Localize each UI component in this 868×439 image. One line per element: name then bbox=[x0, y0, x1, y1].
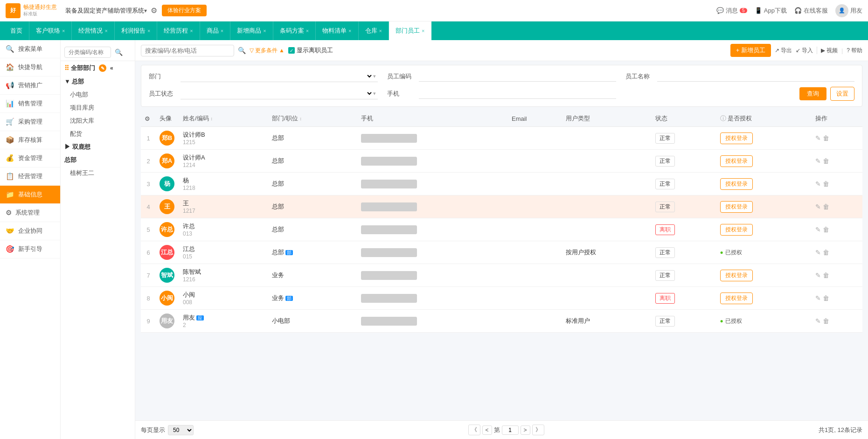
tab-customer[interactable]: 客户联络 × bbox=[29, 21, 72, 40]
all-dept-label[interactable]: 全部部门 bbox=[71, 64, 95, 72]
dept-tree-item-zongbu[interactable]: 总部 bbox=[61, 153, 135, 167]
dept-tree-item-shenyang[interactable]: 沈阳大库 bbox=[61, 114, 135, 127]
sidebar-item-inventory[interactable]: 📦 库存核算 bbox=[0, 131, 60, 149]
dept-tree-item-project[interactable]: 项目库房 bbox=[61, 101, 135, 114]
auth-login-btn[interactable]: 授权登录 bbox=[720, 201, 753, 213]
sort-dept-icon[interactable]: ↕ bbox=[299, 116, 302, 121]
user-area[interactable]: 👤 用友 bbox=[835, 4, 862, 17]
close-icon[interactable]: × bbox=[62, 28, 65, 34]
import-btn[interactable]: ↙ 导入 bbox=[796, 47, 813, 55]
sidebar-item-guide[interactable]: 🎯 新手引导 bbox=[0, 240, 60, 258]
sidebar-item-marketing[interactable]: 📢 营销推广 bbox=[0, 77, 60, 95]
filter-dept-select-wrap[interactable]: ▾ bbox=[181, 71, 378, 82]
close-icon[interactable]: × bbox=[190, 28, 193, 34]
close-icon[interactable]: × bbox=[147, 28, 150, 34]
close-icon[interactable]: × bbox=[263, 28, 266, 34]
trial-button[interactable]: 体验行业方案 bbox=[162, 5, 207, 16]
first-page-btn[interactable]: 《 bbox=[468, 425, 480, 435]
delete-btn[interactable]: 🗑 bbox=[823, 203, 829, 210]
export-btn[interactable]: ↗ 导出 bbox=[775, 47, 792, 55]
more-filter-btn[interactable]: ▽ 更多条件 ▲ bbox=[250, 47, 285, 55]
filter-emp-status-select[interactable] bbox=[182, 90, 373, 98]
edit-btn[interactable]: ✎ bbox=[815, 272, 821, 279]
tab-operation[interactable]: 经营情况 × bbox=[72, 21, 114, 40]
delete-btn[interactable]: 🗑 bbox=[823, 134, 829, 142]
sidebar-item-collab[interactable]: 🤝 企业协同 bbox=[0, 222, 60, 240]
help-btn[interactable]: ? 帮助 bbox=[847, 47, 862, 55]
delete-btn[interactable]: 🗑 bbox=[823, 226, 829, 233]
edit-btn[interactable]: ✎ bbox=[815, 203, 821, 210]
dept-tree-item-zhishu[interactable]: 植树王二 bbox=[61, 167, 135, 180]
next-page-btn[interactable]: > bbox=[521, 425, 530, 435]
delete-btn[interactable]: 🗑 bbox=[823, 272, 829, 279]
set-button[interactable]: 设置 bbox=[830, 87, 854, 101]
edit-btn[interactable]: ✎ bbox=[815, 134, 821, 142]
page-size-select[interactable]: 50 20 100 bbox=[168, 425, 194, 435]
delete-btn[interactable]: 🗑 bbox=[823, 317, 829, 325]
sidebar-item-search[interactable]: 🔍 搜索菜单 bbox=[0, 40, 60, 58]
filter-dept-select[interactable] bbox=[182, 72, 373, 80]
edit-btn[interactable]: ✎ bbox=[815, 226, 821, 233]
close-icon[interactable]: × bbox=[348, 28, 351, 34]
sidebar-item-nav[interactable]: 🏠 快捷导航 bbox=[0, 58, 60, 77]
dept-tree-group-headquarters[interactable]: ▼ 总部 bbox=[61, 75, 135, 88]
tab-goods[interactable]: 商品 × bbox=[200, 21, 230, 40]
tab-history[interactable]: 经营历程 × bbox=[157, 21, 200, 40]
sort-name-icon[interactable]: ↕ bbox=[210, 116, 213, 121]
edit-btn[interactable]: ✎ bbox=[815, 157, 821, 165]
edit-btn[interactable]: ✎ bbox=[815, 249, 821, 256]
filter-phone-input[interactable] bbox=[419, 89, 616, 99]
edit-btn[interactable]: ✎ bbox=[815, 317, 821, 325]
auth-login-btn[interactable]: 授权登录 bbox=[720, 178, 753, 190]
close-icon[interactable]: × bbox=[306, 28, 309, 34]
edit-dept-btn[interactable]: ✎ bbox=[99, 64, 106, 72]
auth-login-btn[interactable]: 授权登录 bbox=[720, 293, 753, 304]
tab-department[interactable]: 部门员工 × bbox=[389, 21, 431, 40]
auth-login-btn[interactable]: 授权登录 bbox=[720, 270, 753, 281]
tab-warehouse[interactable]: 仓库 × bbox=[359, 21, 389, 40]
close-icon[interactable]: × bbox=[379, 28, 382, 34]
dept-search-input[interactable] bbox=[64, 47, 111, 58]
close-icon[interactable]: × bbox=[422, 28, 424, 34]
tab-bom[interactable]: 物料清单 × bbox=[316, 21, 358, 40]
tab-profit[interactable]: 利润报告 × bbox=[115, 21, 157, 40]
delete-btn[interactable]: 🗑 bbox=[823, 249, 829, 256]
close-icon[interactable]: × bbox=[221, 28, 223, 34]
filter-emp-code-input[interactable] bbox=[419, 71, 616, 82]
auth-login-btn[interactable]: 授权登录 bbox=[720, 155, 753, 167]
sidebar-item-management[interactable]: 📋 经营管理 bbox=[0, 167, 60, 186]
sidebar-item-basic[interactable]: 📁 基础信息 bbox=[0, 186, 60, 204]
dept-search-button[interactable]: 🔍 bbox=[115, 49, 123, 56]
show-resigned-checkbox[interactable]: ✓ bbox=[288, 47, 295, 54]
prev-page-btn[interactable]: < bbox=[482, 425, 492, 435]
system-title-dropdown[interactable]: ▾ bbox=[144, 7, 147, 14]
settings-icon[interactable]: ⚙ bbox=[151, 6, 157, 15]
dept-tree-item-xiaodian[interactable]: 小电部 bbox=[61, 88, 135, 101]
col-settings[interactable]: ⚙ bbox=[141, 111, 156, 127]
query-button[interactable]: 查询 bbox=[799, 87, 826, 100]
sidebar-item-system[interactable]: ⚙ 系统管理 bbox=[0, 204, 60, 222]
sidebar-item-purchase[interactable]: 🛒 采购管理 bbox=[0, 113, 60, 131]
delete-btn[interactable]: 🗑 bbox=[823, 157, 829, 165]
delete-btn[interactable]: 🗑 bbox=[823, 294, 829, 302]
tab-barcode[interactable]: 条码方案 × bbox=[273, 21, 316, 40]
sidebar-item-finance[interactable]: 💰 资金管理 bbox=[0, 149, 60, 167]
video-btn[interactable]: ▶ 视频 bbox=[821, 47, 838, 55]
tab-add-goods[interactable]: 新增商品 × bbox=[230, 21, 273, 40]
last-page-btn[interactable]: 》 bbox=[532, 425, 544, 435]
close-icon[interactable]: × bbox=[104, 28, 107, 34]
page-number-input[interactable] bbox=[502, 425, 519, 435]
edit-btn[interactable]: ✎ bbox=[815, 294, 821, 302]
tab-home[interactable]: 首页 bbox=[4, 21, 29, 40]
show-resigned-toggle[interactable]: ✓ 显示离职员工 bbox=[288, 46, 333, 55]
message-btn[interactable]: 💬 消息 5 bbox=[716, 7, 747, 15]
auth-login-btn[interactable]: 授权登录 bbox=[720, 224, 753, 236]
filter-emp-status-select-wrap[interactable]: ▾ bbox=[181, 88, 378, 99]
dept-tree-group-shuanglu[interactable]: ▶ 双鹿想 bbox=[61, 140, 135, 153]
sidebar-item-sales[interactable]: 📊 销售管理 bbox=[0, 95, 60, 113]
edit-btn[interactable]: ✎ bbox=[815, 180, 821, 188]
app-download-btn[interactable]: 📱 App下载 bbox=[755, 7, 787, 15]
filter-emp-name-input[interactable] bbox=[657, 71, 854, 82]
delete-btn[interactable]: 🗑 bbox=[823, 180, 829, 188]
col-dept-pos[interactable]: 部门/职位 ↕ bbox=[268, 111, 357, 127]
